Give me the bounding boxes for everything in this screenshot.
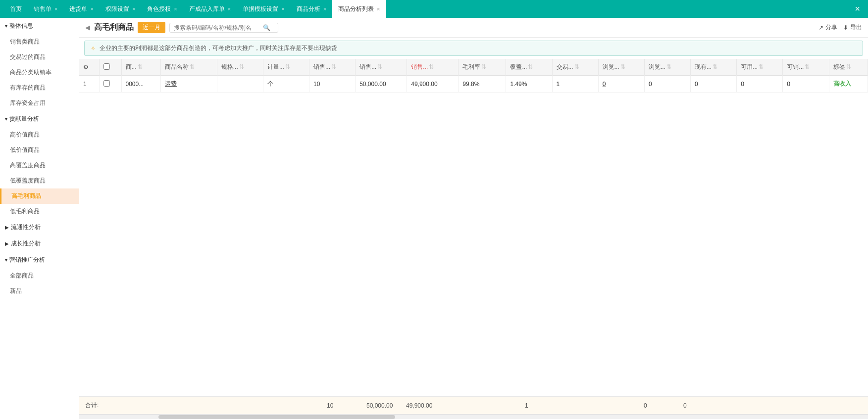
th-name[interactable]: 商品名称⇅ <box>160 59 217 76</box>
select-all-checkbox[interactable] <box>103 63 110 70</box>
th-trade-count[interactable]: 交易...⇅ <box>552 59 598 76</box>
sidebar-section-liquidity[interactable]: ▶ 流通性分析 <box>0 219 79 235</box>
section-arrow-contribution: ▾ <box>5 116 7 122</box>
cell-name[interactable]: 运费 <box>160 76 217 93</box>
sort-icon-sales-amount: ⇅ <box>377 63 382 70</box>
sort-icon-code: ⇅ <box>138 63 143 70</box>
cell-sales-qty: 10 <box>309 76 356 93</box>
th-spec[interactable]: 规格...⇅ <box>217 59 263 76</box>
table-body: 1 0000... 运费 个 10 50,000.00 49,900.00 99… <box>79 76 868 93</box>
th-view2[interactable]: 浏览...⇅ <box>644 59 690 76</box>
sidebar-item-high-value[interactable]: 高价值商品 <box>0 127 79 142</box>
nav-purchase-order[interactable]: 进货单 × <box>63 0 99 18</box>
close-sales-order[interactable]: × <box>54 6 57 12</box>
content-area: ◀ 高毛利商品 近一月 🔍 ↗ 分享 ⬇ 导出 ✧ <box>79 18 868 419</box>
table-row: 1 0000... 运费 个 10 50,000.00 49,900.00 99… <box>79 76 868 93</box>
close-purchase-order[interactable]: × <box>90 6 93 12</box>
footer-sales-qty: 10 <box>323 402 362 409</box>
sort-icon-coverage: ⇅ <box>528 63 533 70</box>
content-body: ✧ 企业的主要的利润都是这部分商品创造的，可考虑加大推广，同时关注库存是不要出现… <box>79 38 868 414</box>
scrollbar-thumb[interactable] <box>158 415 395 419</box>
th-sales-qty[interactable]: 销售...⇅ <box>309 59 356 76</box>
sort-icon-available-stock: ⇅ <box>759 63 764 70</box>
cell-spec <box>217 76 263 93</box>
th-settings[interactable]: ⚙ <box>79 59 100 76</box>
close-product-analysis[interactable]: × <box>323 6 326 12</box>
share-icon: ↗ <box>818 24 823 31</box>
filter-recent-month-button[interactable]: 近一月 <box>138 22 165 33</box>
search-icon[interactable]: 🔍 <box>263 24 270 31</box>
export-icon: ⬇ <box>843 24 848 31</box>
section-arrow-growth: ▶ <box>5 241 9 246</box>
sidebar-section-contribution[interactable]: ▾ 贡献量分析 <box>0 111 79 127</box>
th-tag[interactable]: 标签⇅ <box>829 59 868 76</box>
sidebar-section-marketing[interactable]: ▾ 营销推广分析 <box>0 252 79 268</box>
table-header-row: ⚙ 商...⇅ 商品名称⇅ 规格...⇅ 计量...⇅ 销售...⇅ 销售...… <box>79 59 868 76</box>
sidebar-item-new-goods[interactable]: 新品 <box>0 283 79 299</box>
close-product-analysis-list[interactable]: × <box>377 6 380 12</box>
cell-unit: 个 <box>263 76 309 93</box>
sidebar-item-category-rate[interactable]: 商品分类助销率 <box>0 65 79 80</box>
top-navigation: 首页 销售单 × 进货单 × 权限设置 × 角色授权 × 产成品入库单 × 单据… <box>0 0 868 18</box>
close-finished-goods[interactable]: × <box>228 6 231 12</box>
sidebar-item-all-goods[interactable]: 全部商品 <box>0 268 79 283</box>
sidebar-item-low-coverage[interactable]: 低覆盖度商品 <box>0 173 79 188</box>
cell-view2: 0 <box>644 76 690 93</box>
sidebar-item-stock-funds[interactable]: 库存资金占用 <box>0 95 79 111</box>
sidebar-section-growth[interactable]: ▶ 成长性分析 <box>0 235 79 252</box>
th-coverage[interactable]: 覆盖...⇅ <box>506 59 552 76</box>
close-template-settings[interactable]: × <box>281 6 284 12</box>
nav-product-analysis[interactable]: 商品分析 × <box>291 0 332 18</box>
cell-checkbox[interactable] <box>100 76 121 93</box>
export-button[interactable]: ⬇ 导出 <box>843 23 862 32</box>
search-input[interactable] <box>174 24 263 31</box>
sidebar-item-high-coverage[interactable]: 高覆盖度商品 <box>0 158 79 173</box>
cell-sales-profit: 49,900.00 <box>407 76 459 93</box>
nav-permission-settings[interactable]: 权限设置 × <box>100 0 141 18</box>
cell-index: 1 <box>79 76 100 93</box>
th-code[interactable]: 商...⇅ <box>121 59 160 76</box>
sort-icon-sales-profit: ⇅ <box>429 63 434 70</box>
cell-current-stock: 0 <box>691 76 737 93</box>
footer-sales-profit: 49,900.00 <box>402 402 442 409</box>
cell-view1[interactable]: 0 <box>598 76 644 93</box>
nav-sales-order[interactable]: 销售单 × <box>28 0 63 18</box>
th-saleable[interactable]: 可销...⇅ <box>783 59 829 76</box>
th-unit[interactable]: 计量...⇅ <box>263 59 309 76</box>
sidebar-item-in-stock-goods[interactable]: 有库存的商品 <box>0 80 79 95</box>
nav-role-auth[interactable]: 角色授权 × <box>141 0 183 18</box>
data-table: ⚙ 商...⇅ 商品名称⇅ 规格...⇅ 计量...⇅ 销售...⇅ 销售...… <box>79 59 868 93</box>
close-window-button[interactable]: × <box>851 4 864 14</box>
sidebar-item-traded-goods[interactable]: 交易过的商品 <box>0 49 79 65</box>
sidebar-item-low-margin[interactable]: 低毛利商品 <box>0 204 79 219</box>
footer-available-stock: 0 <box>679 402 719 409</box>
th-checkbox[interactable] <box>100 59 121 76</box>
th-sales-amount[interactable]: 销售...⇅ <box>356 59 407 76</box>
th-available-stock[interactable]: 可用...⇅ <box>737 59 783 76</box>
sort-icon-name: ⇅ <box>190 63 195 70</box>
horizontal-scrollbar[interactable] <box>79 414 868 419</box>
page-title: 高毛利商品 <box>94 22 134 33</box>
nav-template-settings[interactable]: 单据模板设置 × <box>237 0 290 18</box>
sidebar-item-low-value[interactable]: 低价值商品 <box>0 142 79 158</box>
th-view1[interactable]: 浏览...⇅ <box>598 59 644 76</box>
footer-total-row: 合计: 10 50,000.00 49,900.00 1 0 0 <box>79 396 868 414</box>
th-current-stock[interactable]: 现有...⇅ <box>691 59 737 76</box>
close-permission-settings[interactable]: × <box>132 6 135 12</box>
nav-finished-goods[interactable]: 产成品入库单 × <box>183 0 237 18</box>
nav-product-analysis-list[interactable]: 商品分析列表 × <box>332 0 386 18</box>
cell-coverage: 1.49% <box>506 76 552 93</box>
sort-icon-spec: ⇅ <box>239 63 244 70</box>
sidebar-item-high-margin[interactable]: 高毛利商品 <box>0 188 79 204</box>
sidebar-item-sales-goods[interactable]: 销售类商品 <box>0 34 79 49</box>
th-sales-profit[interactable]: 销售...⇅ <box>407 59 459 76</box>
sidebar-section-overall[interactable]: ▾ 整体信息 <box>0 18 79 34</box>
th-gross-margin[interactable]: 毛利率⇅ <box>459 59 506 76</box>
close-role-auth[interactable]: × <box>174 6 177 12</box>
nav-home[interactable]: 首页 <box>4 0 28 18</box>
share-button[interactable]: ↗ 分享 <box>818 23 837 32</box>
collapse-sidebar-button[interactable]: ◀ <box>85 24 90 31</box>
sort-icon-gross-margin: ⇅ <box>481 63 486 70</box>
cell-gross-margin: 99.8% <box>459 76 506 93</box>
sort-icon-sales-qty: ⇅ <box>331 63 336 70</box>
